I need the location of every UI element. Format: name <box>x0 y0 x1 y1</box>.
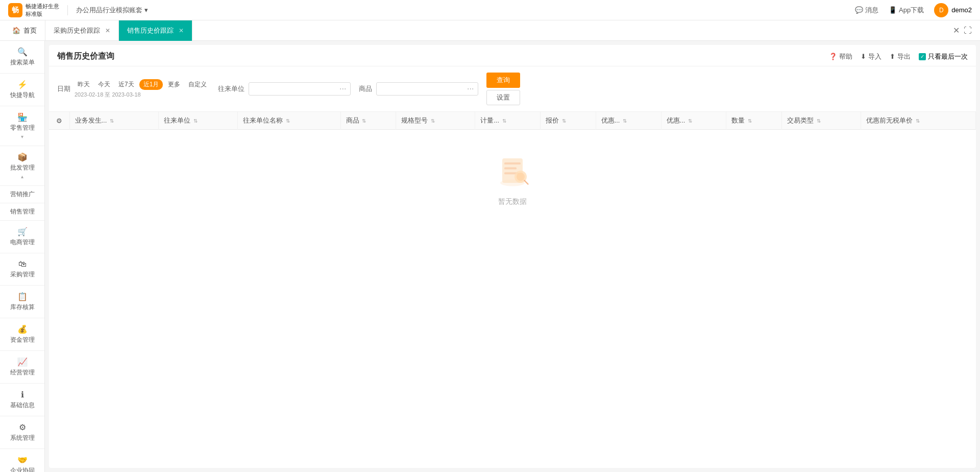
user-area[interactable]: D demo2 <box>934 3 972 17</box>
date-btn-1month[interactable]: 近1月 <box>139 79 163 90</box>
sidebar-item-quick-nav[interactable]: ⚡ 快捷导航 <box>0 74 44 106</box>
partner-filter-group: 往来单位 ··· <box>218 82 351 96</box>
date-btn-yesterday[interactable]: 昨天 <box>75 79 93 90</box>
product-input-wrap: ··· <box>376 82 478 96</box>
import-icon: ⬇ <box>861 53 866 60</box>
col-product[interactable]: 商品 ⇅ <box>340 112 396 130</box>
sidebar-item-enterprise-collab[interactable]: 🤝 企业协同 <box>0 449 44 472</box>
svg-rect-3 <box>504 168 517 170</box>
date-btn-more[interactable]: 更多 <box>165 79 183 90</box>
sort-icon: ⇅ <box>286 118 290 124</box>
tab-close-sales[interactable]: ✕ <box>179 27 184 34</box>
sort-icon: ⇅ <box>916 118 920 124</box>
sort-icon: ⇅ <box>688 118 692 124</box>
help-button[interactable]: ❓ 帮助 <box>829 52 852 61</box>
chevron-down-icon: ▾ <box>21 134 23 139</box>
tab-close-all-icon[interactable]: ✕ <box>953 26 960 35</box>
sort-icon: ⇅ <box>562 118 566 124</box>
svg-point-6 <box>517 173 525 181</box>
date-shortcuts: 昨天 今天 近7天 近1月 更多 自定义 <box>75 79 210 90</box>
partner-picker-icon[interactable]: ··· <box>339 84 346 93</box>
sidebar-item-operation[interactable]: 📈 经营管理 <box>0 351 44 384</box>
download-icon: 📱 <box>889 6 897 14</box>
search-icon: 🔍 <box>17 47 28 57</box>
sidebar-item-search-menu[interactable]: 🔍 搜索菜单 <box>0 41 44 74</box>
message-action[interactable]: 💬 消息 <box>855 6 878 15</box>
tab-bar-right: ✕ ⛶ <box>953 26 976 35</box>
sidebar-item-ecommerce-mgmt[interactable]: 🛒 电商管理 <box>0 221 44 253</box>
sort-icon: ⇅ <box>748 118 752 124</box>
username: demo2 <box>951 6 972 14</box>
col-unit[interactable]: 计量... ⇅ <box>475 112 541 130</box>
partner-input[interactable] <box>253 85 339 93</box>
logo-icon: 畅 <box>8 3 22 17</box>
help-icon: ❓ <box>829 53 837 60</box>
col-quote-price[interactable]: 报价 ⇅ <box>541 112 596 130</box>
empty-state-icon <box>492 150 533 191</box>
quick-nav-icon: ⚡ <box>17 80 28 89</box>
col-discount1[interactable]: 优惠... ⇅ <box>596 112 661 130</box>
date-btn-7days[interactable]: 近7天 <box>115 79 137 90</box>
sort-icon: ⇅ <box>623 118 627 124</box>
sidebar-item-finance[interactable]: 💰 资金管理 <box>0 318 44 351</box>
product-input[interactable] <box>381 85 467 93</box>
product-picker-icon[interactable]: ··· <box>467 84 474 93</box>
col-settings[interactable]: ⚙ <box>49 112 69 130</box>
avatar: D <box>934 3 948 17</box>
date-btn-custom[interactable]: 自定义 <box>185 79 210 90</box>
sidebar-item-sales-mgmt[interactable]: 销售管理 <box>0 203 44 221</box>
query-button[interactable]: 查询 <box>486 73 520 88</box>
tab-maximize-icon[interactable]: ⛶ <box>964 26 972 35</box>
export-button[interactable]: ⬆ 导出 <box>890 52 911 61</box>
sidebar-item-wholesale-mgmt[interactable]: 📦 批发管理 ▴ <box>0 146 44 186</box>
only-latest-checkbox-group[interactable]: ✓ 只看最后一次 <box>919 52 968 61</box>
import-button[interactable]: ⬇ 导入 <box>861 52 881 61</box>
sort-icon: ⇅ <box>431 118 435 124</box>
sidebar-item-marketing[interactable]: 营销推广 <box>0 186 44 203</box>
retail-icon: 🏪 <box>17 112 28 122</box>
col-pre-discount-price[interactable]: 优惠前无税单价 ⇅ <box>861 112 976 130</box>
info-icon: ℹ <box>21 390 24 399</box>
sidebar-item-basic-info[interactable]: ℹ 基础信息 <box>0 384 44 416</box>
page-container: 销售历史价查询 ❓ 帮助 ⬇ 导入 ⬆ 导出 ✓ <box>49 45 976 468</box>
tab-sales-history[interactable]: 销售历史价跟踪 ✕ <box>119 20 192 41</box>
product-filter-group: 商品 ··· <box>359 82 478 96</box>
col-trade-type[interactable]: 交易类型 ⇅ <box>782 112 861 130</box>
message-icon: 💬 <box>855 6 863 14</box>
col-partner-code[interactable]: 往来单位 ⇅ <box>158 112 237 130</box>
tab-bar: 🏠 首页 采购历史价跟踪 ✕ 销售历史价跟踪 ✕ ✕ ⛶ <box>0 20 980 41</box>
logo-text: 畅捷通好生意 标准版 <box>26 3 59 17</box>
tab-close-purchase[interactable]: ✕ <box>105 27 110 34</box>
finance-icon: 💰 <box>17 324 28 334</box>
sidebar-item-retail-mgmt[interactable]: 🏪 零售管理 ▾ <box>0 106 44 146</box>
app-download-action[interactable]: 📱 App下载 <box>889 6 924 15</box>
settings-button[interactable]: 设置 <box>486 90 520 105</box>
empty-text: 暂无数据 <box>498 197 527 206</box>
tab-purchase-history[interactable]: 采购历史价跟踪 ✕ <box>45 20 119 41</box>
sidebar-item-inventory[interactable]: 📋 库存核算 <box>0 286 44 318</box>
app-selector[interactable]: 办公用品行业模拟账套 ▾ <box>76 6 148 15</box>
col-quantity[interactable]: 数量 ⇅ <box>726 112 782 130</box>
only-latest-checkbox[interactable]: ✓ <box>919 53 926 60</box>
header-right: 💬 消息 📱 App下载 D demo2 <box>855 3 972 17</box>
top-header: 畅 畅捷通好生意 标准版 办公用品行业模拟账套 ▾ 💬 消息 📱 App下载 D… <box>0 0 980 20</box>
main-layout: 🔍 搜索菜单 ⚡ 快捷导航 🏪 零售管理 ▾ 📦 批发管理 ▴ 营销推广 销售管… <box>0 41 980 472</box>
sort-icon: ⇅ <box>110 118 114 124</box>
sort-icon: ⇅ <box>502 118 506 124</box>
tab-home[interactable]: 🏠 首页 <box>4 20 45 41</box>
wholesale-icon: 📦 <box>17 152 28 162</box>
filter-area: 日期 昨天 今天 近7天 近1月 更多 自定义 2023-02-18 至 202… <box>49 66 976 112</box>
sidebar-item-purchase-mgmt[interactable]: 🛍 采购管理 <box>0 253 44 286</box>
sidebar-item-system-mgmt[interactable]: ⚙ 系统管理 <box>0 416 44 449</box>
col-spec[interactable]: 规格型号 ⇅ <box>396 112 475 130</box>
date-range-text: 2023-02-18 至 2023-03-18 <box>75 91 210 99</box>
col-biz-date[interactable]: 业务发生... ⇅ <box>69 112 158 130</box>
empty-state: 暂无数据 <box>49 130 976 227</box>
header-divider <box>67 5 68 15</box>
col-discount2[interactable]: 优惠... ⇅ <box>661 112 726 130</box>
table-header-row: ⚙ 业务发生... ⇅ 往来单位 ⇅ 往来单位名称 ⇅ <box>49 112 976 130</box>
col-partner-name[interactable]: 往来单位名称 ⇅ <box>238 112 341 130</box>
date-filter-wrap: 昨天 今天 近7天 近1月 更多 自定义 2023-02-18 至 2023-0… <box>75 79 210 99</box>
partner-label: 往来单位 <box>218 84 244 93</box>
date-btn-today[interactable]: 今天 <box>95 79 113 90</box>
